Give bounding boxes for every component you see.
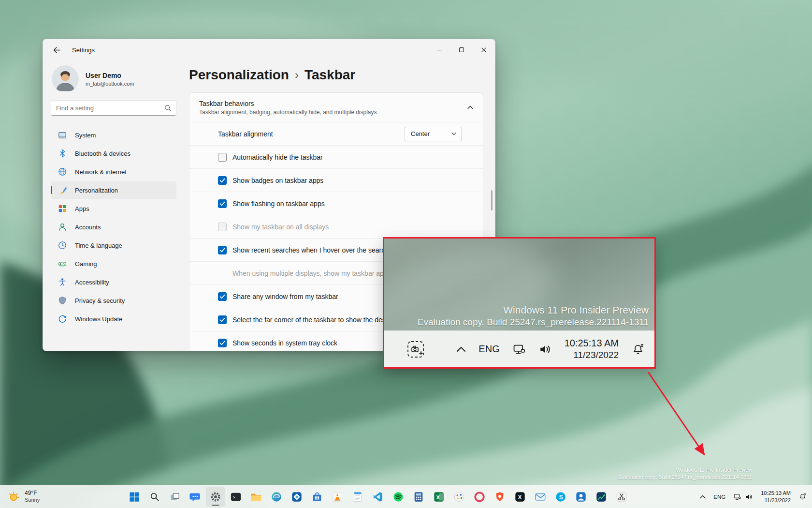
scrollbar[interactable] (491, 190, 493, 210)
sidebar-item-gaming[interactable]: Gaming (51, 255, 176, 272)
setting-label: When using multiple displays, show my ta… (232, 269, 400, 277)
sidebar-item-bluetooth-devices[interactable]: Bluetooth & devices (51, 145, 176, 162)
maximize-button[interactable] (450, 39, 473, 60)
sidebar-item-label: System (75, 132, 96, 139)
sidebar-item-time-language[interactable]: Time & language (51, 237, 176, 254)
watermark-line2: Evaluation copy. Build 25247.rs_prerelea… (618, 474, 752, 481)
sidebar-item-accessibility[interactable]: Accessibility (51, 273, 176, 291)
sidebar-item-label: Network & internet (75, 168, 127, 176)
network-icon (733, 493, 741, 501)
shield-icon (58, 296, 67, 305)
watermark-line2: Evaluation copy. Build 25247.rs_prerelea… (418, 317, 649, 328)
dropdown-value: Center (411, 130, 430, 137)
checkbox-checked[interactable] (218, 176, 227, 185)
taskbar-search-button[interactable] (145, 487, 164, 507)
sidebar-item-windows-update[interactable]: Windows Update (51, 310, 176, 328)
folder-icon (250, 491, 262, 503)
sidebar-item-label: Bluetooth & devices (75, 150, 130, 157)
people-icon (575, 491, 587, 503)
terminal-button[interactable]: >_ (226, 487, 246, 507)
task-view-icon (169, 491, 181, 503)
inset-wallpaper: Windows 11 Pro Insider Preview Evaluatio… (384, 239, 654, 330)
setting-label: Show badges on taskbar apps (232, 177, 323, 184)
calculator-button[interactable] (409, 487, 428, 507)
network-volume-button[interactable] (730, 487, 756, 507)
taskbar-apps: >_ (125, 487, 631, 507)
checkbox-checked[interactable] (218, 292, 227, 301)
x-button[interactable]: X (510, 487, 530, 507)
task-view-button[interactable] (165, 487, 185, 507)
snipping-tool-button[interactable] (612, 487, 631, 507)
user-name: User Demo (86, 72, 134, 79)
stocks-button[interactable] (592, 487, 611, 507)
people-button[interactable] (571, 487, 591, 507)
desktop: Windows 11 Pro Insider Preview Evaluatio… (0, 0, 812, 508)
brave-shield-icon (494, 491, 506, 503)
photos-button[interactable] (287, 487, 306, 507)
tray-clock[interactable]: 10:25:13 AM 11/23/2022 (757, 487, 794, 507)
vscode-button[interactable] (368, 487, 388, 507)
tray-date: 11/23/2022 (761, 497, 791, 504)
close-button[interactable] (473, 39, 495, 60)
notification-center-button[interactable] (795, 487, 810, 507)
sidebar-item-label: Time & language (75, 242, 122, 249)
settings-sidebar: User Demo m_lab@outlook.com System (43, 60, 183, 351)
clock-icon (58, 240, 67, 250)
expander-title: Taskbar behaviors (199, 100, 377, 107)
skype-button[interactable]: S (551, 487, 570, 507)
taskbar-alignment-dropdown[interactable]: Center (405, 127, 462, 141)
file-explorer-button[interactable] (246, 487, 266, 507)
setting-label: Show seconds in system tray clock (232, 339, 337, 347)
brave-button[interactable] (490, 487, 509, 507)
hidden-icons-button[interactable] (696, 487, 709, 507)
sidebar-item-system[interactable]: System (51, 126, 176, 144)
taskbar-behaviors-expander[interactable]: Taskbar behaviors Taskbar alignment, bad… (189, 93, 483, 122)
language-indicator[interactable]: ENG (710, 487, 729, 507)
setting-row-all-displays: Show my taskbar on all displays (189, 215, 483, 238)
system-tray: ENG 10:25:13 AM 11/23/2022 (696, 485, 810, 508)
notepad-button[interactable] (348, 487, 367, 507)
minimize-button[interactable] (428, 39, 450, 60)
inset-time: 10:25:13 AM (565, 337, 619, 349)
inset-network-icon (512, 343, 526, 356)
breadcrumb-separator-icon: › (295, 66, 299, 84)
start-button[interactable] (125, 487, 144, 507)
settings-app-button[interactable] (206, 487, 225, 507)
taskbar: 49°F Sunny >_ (0, 485, 812, 508)
sidebar-item-personalization[interactable]: Personalization (51, 181, 176, 199)
checkbox-checked[interactable] (218, 199, 227, 208)
edge-icon (271, 491, 282, 503)
search-input[interactable] (56, 105, 160, 112)
edge-button[interactable] (267, 487, 286, 507)
expander-subtitle: Taskbar alignment, badging, automaticall… (199, 109, 377, 116)
checkbox-unchecked[interactable] (218, 153, 227, 162)
setting-label: Taskbar alignment (218, 130, 273, 138)
setting-label: Automatically hide the taskbar (232, 153, 323, 161)
opera-button[interactable] (470, 487, 489, 507)
sidebar-item-apps[interactable]: Apps (51, 200, 176, 217)
mail-button[interactable] (531, 487, 550, 507)
checkbox-checked[interactable] (218, 246, 227, 254)
inset-clock: 10:25:13 AM 11/23/2022 (565, 337, 619, 361)
vlc-button[interactable] (328, 487, 347, 507)
excel-button[interactable]: X (429, 487, 449, 507)
weather-widget[interactable]: 49°F Sunny (2, 487, 45, 506)
checkbox-checked[interactable] (218, 339, 227, 347)
sidebar-item-network-internet[interactable]: Network & internet (51, 163, 176, 180)
tray-time: 10:25:13 AM (761, 490, 791, 496)
checkbox-checked[interactable] (218, 315, 227, 324)
spotify-button[interactable] (389, 487, 408, 507)
sidebar-item-privacy-security[interactable]: Privacy & security (51, 292, 176, 309)
user-card[interactable]: User Demo m_lab@outlook.com (51, 63, 176, 100)
sidebar-item-accounts[interactable]: Accounts (51, 218, 176, 236)
paint-button[interactable] (450, 487, 469, 507)
inset-notification-bell-icon (631, 343, 645, 356)
paintbrush-icon (58, 185, 67, 195)
chat-button[interactable] (186, 487, 205, 507)
store-button[interactable] (307, 487, 327, 507)
inset-date: 11/23/2022 (565, 349, 619, 361)
back-button[interactable] (48, 43, 65, 57)
settings-search[interactable] (51, 100, 176, 116)
opera-icon (474, 491, 485, 503)
breadcrumb-root[interactable]: Personalization (189, 66, 289, 84)
